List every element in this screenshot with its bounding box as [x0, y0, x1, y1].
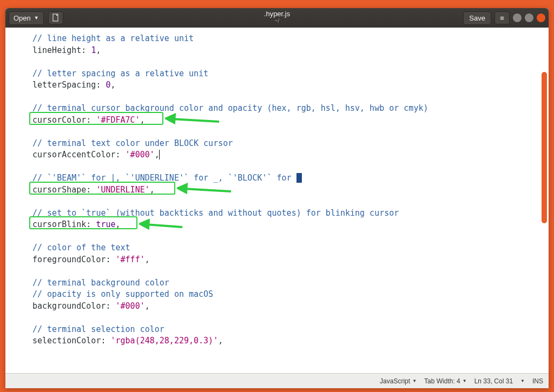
hamburger-menu-button[interactable]: ≡	[494, 11, 510, 24]
svg-line-5	[146, 224, 182, 227]
annotation-arrow-1	[165, 113, 222, 126]
hamburger-icon: ≡	[500, 14, 504, 22]
annotation-box-1	[29, 112, 163, 125]
close-button[interactable]	[537, 14, 545, 22]
tab-width-selector[interactable]: Tab Width: 4▼	[424, 377, 467, 385]
filepath: ~/	[264, 18, 290, 24]
cursor-position[interactable]: Ln 33, Col 31	[474, 377, 513, 385]
chevron-down-icon[interactable]: ▼	[520, 378, 525, 383]
new-doc-icon	[52, 14, 60, 22]
language-selector[interactable]: JavaScript▼	[380, 377, 417, 385]
save-button[interactable]: Save	[463, 11, 491, 25]
titlebar: Open ▼ .hyper.js ~/ Save ≡	[5, 8, 549, 28]
svg-marker-2	[166, 115, 175, 123]
chevron-down-icon: ▼	[34, 15, 39, 21]
scrollbar[interactable]	[541, 51, 548, 354]
new-document-button[interactable]	[48, 11, 63, 24]
statusbar: JavaScript▼ Tab Width: 4▼ Ln 33, Col 31 …	[5, 373, 549, 388]
text-cursor	[159, 150, 160, 160]
filename: .hyper.js	[264, 10, 290, 18]
maximize-button[interactable]	[525, 14, 533, 22]
annotation-arrow-3	[139, 219, 185, 232]
title-center: .hyper.js ~/	[264, 8, 290, 24]
svg-marker-6	[140, 220, 149, 228]
editor-window: Open ▼ .hyper.js ~/ Save ≡	[5, 8, 549, 388]
code-editor[interactable]: // line height as a relative unit lineHe…	[5, 28, 549, 373]
svg-marker-4	[178, 184, 187, 192]
svg-line-1	[172, 119, 219, 122]
chevron-down-icon: ▼	[412, 378, 417, 383]
insert-mode[interactable]: INS	[532, 377, 543, 385]
open-button[interactable]: Open ▼	[9, 11, 44, 25]
svg-line-3	[183, 189, 231, 191]
annotation-arrow-2	[177, 183, 234, 196]
block-cursor-glyph	[296, 173, 302, 183]
minimize-button[interactable]	[513, 14, 522, 22]
annotation-box-2	[29, 182, 175, 195]
scrollbar-thumb[interactable]	[542, 72, 547, 223]
open-label: Open	[14, 14, 31, 22]
annotation-box-3	[29, 216, 137, 229]
chevron-down-icon: ▼	[463, 378, 467, 383]
